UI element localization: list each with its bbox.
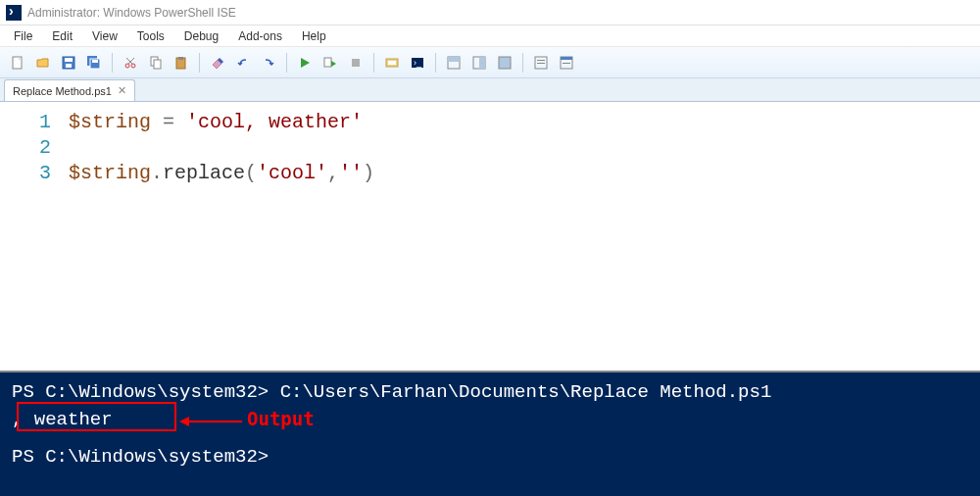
line-gutter: 1 2 3 xyxy=(0,110,69,371)
separator xyxy=(286,53,287,73)
tab-label: Replace Method.ps1 xyxy=(13,85,112,97)
menu-view[interactable]: View xyxy=(82,27,127,45)
menu-edit[interactable]: Edit xyxy=(42,27,82,45)
line-number: 3 xyxy=(0,161,51,186)
show-script-icon[interactable] xyxy=(442,51,466,74)
console-pane[interactable]: PS C:\Windows\system32> C:\Users\Farhan\… xyxy=(0,371,980,496)
token-punc: . xyxy=(151,162,163,184)
show-script-max-icon[interactable] xyxy=(493,51,516,74)
show-command-addon-icon[interactable] xyxy=(555,51,578,74)
console-line: PS C:\Windows\system32> C:\Users\Farhan\… xyxy=(12,378,968,406)
code-content[interactable]: $string = 'cool, weather' $string.replac… xyxy=(69,110,980,371)
run-icon[interactable] xyxy=(293,51,317,74)
svg-rect-23 xyxy=(499,57,511,69)
svg-rect-25 xyxy=(537,60,545,61)
undo-icon[interactable] xyxy=(231,51,255,74)
token-punc: , xyxy=(327,162,339,184)
svg-rect-6 xyxy=(92,60,98,63)
svg-rect-2 xyxy=(65,58,73,62)
token-string: '' xyxy=(339,162,363,184)
svg-rect-16 xyxy=(388,61,396,65)
paste-icon[interactable] xyxy=(170,51,193,74)
svg-rect-22 xyxy=(479,57,485,69)
toolbar: ›_ xyxy=(0,47,980,78)
redo-icon[interactable] xyxy=(257,51,280,74)
menu-file[interactable]: File xyxy=(4,27,42,45)
cut-icon[interactable] xyxy=(119,51,142,74)
token-punc: ) xyxy=(363,162,374,184)
window-title: Administrator: Windows PowerShell ISE xyxy=(27,6,236,20)
svg-rect-10 xyxy=(154,60,161,69)
menu-addons[interactable]: Add-ons xyxy=(228,27,292,45)
svg-rect-14 xyxy=(352,59,360,67)
file-tab[interactable]: Replace Method.ps1 ✕ xyxy=(4,79,135,101)
svg-point-8 xyxy=(131,64,135,68)
line-number: 2 xyxy=(0,135,51,161)
clear-icon[interactable] xyxy=(206,51,229,74)
separator xyxy=(435,53,436,73)
svg-rect-13 xyxy=(324,58,331,67)
separator xyxy=(112,53,113,73)
svg-rect-20 xyxy=(448,57,460,62)
token-method: replace xyxy=(163,162,245,184)
separator xyxy=(522,53,523,73)
show-command-icon[interactable] xyxy=(529,51,553,74)
menu-tools[interactable]: Tools xyxy=(127,27,174,45)
close-icon[interactable]: ✕ xyxy=(118,84,126,97)
menu-help[interactable]: Help xyxy=(292,27,336,45)
copy-icon[interactable] xyxy=(144,51,168,74)
powershell-tab-icon[interactable]: ›_ xyxy=(406,51,429,74)
run-selection-icon[interactable] xyxy=(318,51,342,74)
stop-icon[interactable] xyxy=(344,51,368,74)
app-icon xyxy=(6,5,22,21)
token-variable: $string xyxy=(69,162,151,184)
svg-rect-29 xyxy=(563,63,570,64)
svg-point-7 xyxy=(125,64,129,68)
svg-rect-28 xyxy=(561,57,572,60)
svg-rect-26 xyxy=(537,63,545,64)
save-all-icon[interactable] xyxy=(82,51,106,74)
titlebar: Administrator: Windows PowerShell ISE xyxy=(0,0,980,25)
save-icon[interactable] xyxy=(57,51,80,74)
separator xyxy=(199,53,200,73)
token-punc: ( xyxy=(245,162,257,184)
open-file-icon[interactable] xyxy=(31,51,55,74)
line-number: 1 xyxy=(0,110,51,135)
code-editor[interactable]: 1 2 3 $string = 'cool, weather' $string.… xyxy=(0,102,980,371)
svg-text:›_: ›_ xyxy=(414,58,422,68)
svg-rect-3 xyxy=(66,64,72,68)
menu-debug[interactable]: Debug xyxy=(174,27,228,45)
token-variable: $string xyxy=(69,111,151,133)
remote-icon[interactable] xyxy=(380,51,404,74)
show-script-right-icon[interactable] xyxy=(467,51,491,74)
token-string: 'cool, weather' xyxy=(186,111,363,133)
console-prompt: PS C:\Windows\system32> xyxy=(12,443,968,471)
menubar: File Edit View Tools Debug Add-ons Help xyxy=(0,25,980,47)
separator xyxy=(373,53,374,73)
console-output: , weather xyxy=(12,406,968,433)
tabbar: Replace Method.ps1 ✕ xyxy=(0,78,980,102)
svg-rect-12 xyxy=(178,57,183,60)
token-operator: = xyxy=(151,111,186,133)
new-file-icon[interactable] xyxy=(6,51,29,74)
token-string: 'cool' xyxy=(257,162,327,184)
